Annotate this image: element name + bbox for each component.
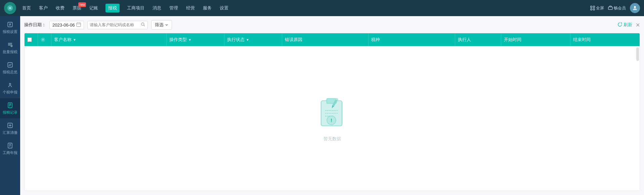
tax-record-icon [6,102,14,109]
membership-button[interactable]: 畅会员 [608,5,626,11]
membership-label: 畅会员 [614,5,626,11]
toolbar: 操作日期： 2023-06-06 筛选 [24,20,640,30]
date-picker[interactable]: 2023-06-06 [49,21,84,29]
refresh-label: 刷新 [624,22,632,28]
nav-operation[interactable]: 经营 [185,4,196,12]
svg-rect-2 [591,9,592,10]
data-table: 客户名称 ▼ 操作类型 ▼ 执行状态 ▼ 错误原因 税种 执 [24,33,640,191]
th-settings[interactable] [38,33,51,46]
close-button[interactable]: ✕ [636,22,640,28]
svg-point-9 [9,83,11,85]
sidebar: 报税设置 批量报税 报税总览 个税申报 报税记录 [0,16,20,195]
table-header: 客户名称 ▼ 操作类型 ▼ 执行状态 ▼ 错误原因 税种 执 [25,33,640,46]
fullscreen-button[interactable]: 全屏 [590,5,604,11]
th-operation-type: 操作类型 ▼ [167,33,224,46]
nav-service[interactable]: 服务 [202,4,212,12]
sort-icon-operation[interactable]: ▼ [188,38,191,42]
user-avatar[interactable] [630,3,640,13]
refresh-button[interactable]: 刷新 [617,22,632,28]
select-all-checkbox[interactable] [27,37,32,42]
sidebar-item-personal-tax[interactable]: 个税申报 [0,78,20,98]
th-error-reason: 错误原因 [282,33,369,46]
chevron-down-icon [165,23,168,28]
personal-tax-icon [6,81,14,89]
svg-rect-4 [608,7,612,10]
svg-point-15 [42,39,44,40]
settlement-icon [6,122,14,129]
svg-text:!: ! [331,117,332,123]
nav-home[interactable]: 首页 [22,4,32,12]
sidebar-label-tax-overview: 报税总览 [3,70,17,75]
tax-overview-icon [6,61,14,69]
right-tools: 全屏 畅会员 [590,3,640,13]
refresh-icon [617,22,622,28]
batch-tax-icon [6,41,14,48]
app-logo[interactable] [4,2,16,14]
sidebar-label-batch-tax: 批量报税 [3,49,17,54]
sidebar-label-annual-report: 工商年报 [3,150,17,155]
th-customer-name: 客户名称 ▼ [51,33,167,46]
annual-report-icon [6,142,14,149]
nav-customer[interactable]: 客户 [38,4,48,12]
sidebar-item-batch-tax[interactable]: 批量报税 [0,38,20,58]
sidebar-item-tax-settings[interactable]: 报税设置 [0,17,20,38]
empty-text: 暂无数据 [324,136,341,142]
nav-ticket[interactable]: 票据 new [72,4,82,12]
search-input[interactable] [90,23,139,27]
svg-point-14 [141,23,144,25]
main-wrapper: 报税设置 批量报税 报税总览 个税申报 报税记录 [0,16,644,195]
calendar-icon [76,22,81,28]
search-icon [141,22,145,28]
svg-rect-12 [8,143,12,148]
top-navigation: 首页 客户 收费 票据 new 记账 报税 工商项目 消息 管理 经营 服务 设… [0,0,644,16]
sidebar-item-tax-overview[interactable]: 报税总览 [0,58,20,78]
sidebar-item-tax-record[interactable]: 报税记录 [0,98,20,118]
th-start-time: 开始时间 [501,33,570,46]
svg-rect-13 [76,23,80,26]
nav-accounting[interactable]: 记账 [89,4,99,12]
th-exec-status: 执行状态 ▼ [224,33,282,46]
th-executor: 执行人 [455,33,501,46]
sidebar-item-annual-report[interactable]: 工商年报 [0,139,20,159]
svg-point-5 [634,6,636,8]
nav-tax[interactable]: 报税 [105,4,120,12]
sidebar-label-settlement: 汇算清缴 [3,130,17,135]
sidebar-label-tax-settings: 报税设置 [3,29,17,34]
svg-rect-3 [593,9,595,10]
date-label: 操作日期： [24,22,46,28]
date-value: 2023-06-06 [52,23,75,28]
new-badge: new [78,2,86,7]
th-tax-type: 税种 [369,33,455,46]
sidebar-item-settlement[interactable]: 汇算清缴 [0,118,20,139]
table-body: ! 暂无数据 [25,46,640,191]
sidebar-label-tax-record: 报税记录 [3,110,17,115]
tax-settings-icon [6,21,14,28]
empty-state: ! 暂无数据 [315,95,349,142]
sort-icon-status[interactable]: ▼ [246,38,249,42]
nav-business[interactable]: 工商项目 [126,4,145,12]
th-checkbox[interactable] [25,33,38,46]
filter-button[interactable]: 筛选 [151,20,172,30]
search-box[interactable] [87,21,148,29]
nav-items: 首页 客户 收费 票据 new 记账 报税 工商项目 消息 管理 经营 服务 设… [22,4,590,12]
empty-clipboard-icon: ! [315,95,349,132]
content-area: 操作日期： 2023-06-06 筛选 [20,16,644,195]
svg-rect-10 [8,103,12,108]
sort-icon-customer[interactable]: ▼ [73,38,76,42]
svg-rect-0 [591,6,592,7]
sidebar-label-personal-tax: 个税申报 [3,90,17,95]
nav-message[interactable]: 消息 [152,4,162,12]
table-scrollbar[interactable] [636,47,639,61]
svg-rect-1 [593,6,595,7]
filter-label: 筛选 [155,22,164,28]
th-end-time: 结束时间 [570,33,640,46]
fullscreen-label: 全屏 [596,5,604,11]
nav-manage[interactable]: 管理 [169,4,179,12]
nav-fee[interactable]: 收费 [55,4,65,12]
nav-settings[interactable]: 设置 [219,4,229,12]
